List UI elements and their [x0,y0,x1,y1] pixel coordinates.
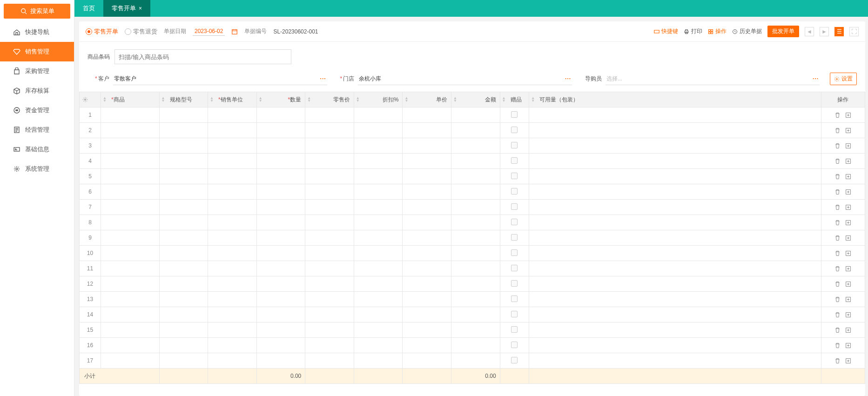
nav-inventory[interactable]: 库存核算 [0,81,74,101]
cell-unit[interactable] [208,353,257,369]
nav-quick[interactable]: 快捷导航 [0,22,74,42]
cell-gift[interactable] [500,261,529,276]
cell-amount[interactable] [451,184,500,200]
table-row[interactable]: 1 [80,107,865,123]
cell-amount[interactable] [451,322,500,338]
cell-product[interactable] [101,123,160,138]
cell-discount[interactable] [354,230,403,246]
th-retail-price[interactable]: ▲▼零售价 [305,92,354,107]
bill-date-value[interactable]: 2023-06-02 [193,27,225,36]
add-row-icon[interactable] [845,174,851,180]
cell-unit-price[interactable] [403,184,451,200]
table-row[interactable]: 3 [80,138,865,154]
add-row-icon[interactable] [845,296,851,302]
add-row-icon[interactable] [845,112,851,118]
cell-amount[interactable] [451,138,500,154]
th-unit[interactable]: ▲▼*销售单位 [208,92,257,107]
list-view-button[interactable]: ☰ [834,27,844,36]
cell-unit[interactable] [208,338,257,353]
checkbox-icon[interactable] [511,326,518,333]
checkbox-icon[interactable] [511,342,518,348]
cell-qty[interactable] [256,169,305,184]
add-row-icon[interactable] [845,204,851,210]
cell-retail-price[interactable] [305,154,354,169]
cell-amount[interactable] [451,261,500,276]
delete-row-icon[interactable] [834,327,841,333]
table-row[interactable]: 4 [80,154,865,169]
nav-system[interactable]: 系统管理 [0,159,74,179]
cell-qty[interactable] [256,276,305,292]
table-row[interactable]: 7 [80,200,865,215]
cell-qty[interactable] [256,246,305,261]
cell-unit-price[interactable] [403,338,451,353]
cell-discount[interactable] [354,107,403,123]
cell-gift[interactable] [500,307,529,322]
delete-row-icon[interactable] [834,220,841,226]
cell-product[interactable] [101,338,160,353]
cell-unit[interactable] [208,292,257,307]
cell-unit[interactable] [208,154,257,169]
cell-spec[interactable] [159,230,208,246]
cell-unit[interactable] [208,246,257,261]
table-row[interactable]: 14 [80,307,865,322]
history-button[interactable]: 历史单据 [732,27,762,35]
cell-unit[interactable] [208,307,257,322]
cell-gift[interactable] [500,169,529,184]
cell-gift[interactable] [500,338,529,353]
cell-unit-price[interactable] [403,215,451,230]
cell-qty[interactable] [256,322,305,338]
checkbox-icon[interactable] [511,127,518,133]
cell-unit[interactable] [208,169,257,184]
cell-unit-price[interactable] [403,123,451,138]
table-row[interactable]: 9 [80,230,865,246]
cell-amount[interactable] [451,123,500,138]
expand-button[interactable]: ⛶ [849,27,859,36]
cell-retail-price[interactable] [305,307,354,322]
cell-gift[interactable] [500,184,529,200]
cell-gift[interactable] [500,154,529,169]
cell-unit-price[interactable] [403,169,451,184]
th-gift[interactable]: ▲▼赠品 [500,92,529,107]
cell-discount[interactable] [354,184,403,200]
cell-unit-price[interactable] [403,307,451,322]
cell-retail-price[interactable] [305,230,354,246]
cell-spec[interactable] [159,261,208,276]
delete-row-icon[interactable] [834,143,841,149]
nav-business[interactable]: 经营管理 [0,120,74,140]
cell-retail-price[interactable] [305,107,354,123]
cell-unit[interactable] [208,276,257,292]
cell-product[interactable] [101,246,160,261]
cell-unit[interactable] [208,200,257,215]
cell-retail-price[interactable] [305,292,354,307]
cell-qty[interactable] [256,353,305,369]
add-row-icon[interactable] [845,312,851,318]
cell-unit-price[interactable] [403,138,451,154]
cell-retail-price[interactable] [305,200,354,215]
cell-qty[interactable] [256,107,305,123]
th-spec[interactable]: ▲▼规格型号 [159,92,208,107]
cell-unit-price[interactable] [403,246,451,261]
add-row-icon[interactable] [845,235,851,241]
cell-unit[interactable] [208,123,257,138]
batch-order-button[interactable]: 批发开单 [767,26,799,37]
cell-discount[interactable] [354,200,403,215]
calendar-icon[interactable] [231,28,238,35]
th-available[interactable]: ▲▼可用量（包装） [529,92,821,107]
more-icon[interactable]: ··· [320,75,326,82]
cell-spec[interactable] [159,292,208,307]
close-icon[interactable]: × [139,5,142,12]
checkbox-icon[interactable] [511,203,518,210]
table-row[interactable]: 6 [80,184,865,200]
add-row-icon[interactable] [845,250,851,256]
prev-bill-button[interactable]: ◄ [805,27,814,36]
cell-qty[interactable] [256,138,305,154]
cell-discount[interactable] [354,276,403,292]
cell-spec[interactable] [159,138,208,154]
cell-product[interactable] [101,307,160,322]
cell-spec[interactable] [159,200,208,215]
cell-product[interactable] [101,261,160,276]
radio-retail-order[interactable]: 零售开单 [86,27,118,36]
cell-amount[interactable] [451,353,500,369]
customer-select[interactable]: 零散客户 ··· [113,73,327,85]
table-row[interactable]: 8 [80,215,865,230]
